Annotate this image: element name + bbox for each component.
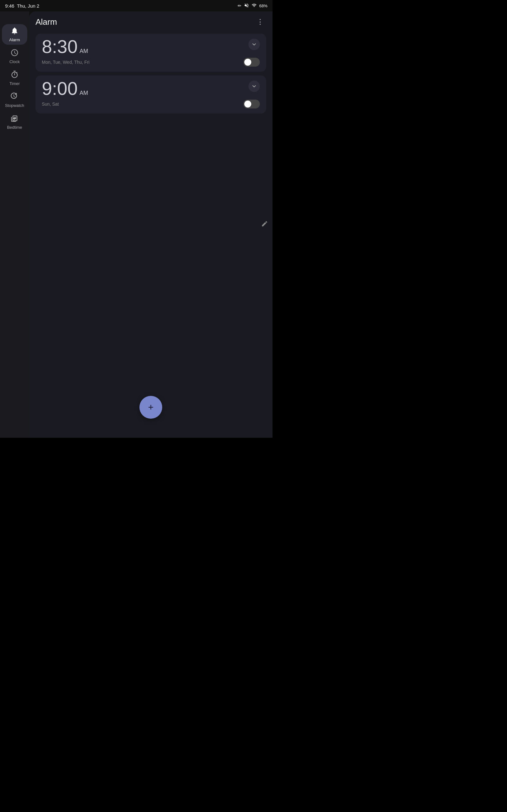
mute-icon <box>244 3 249 9</box>
main-content: Alarm ⋮ 8:30 AM Mon, Tue, Wed, Thu, Fri <box>29 11 273 438</box>
alarm-2-days: Sun, Sat <box>42 101 59 107</box>
sidebar-item-alarm[interactable]: Alarm <box>2 24 27 45</box>
status-bar: 9:46 Thu, Jun 2 ✏ 68% <box>0 0 273 11</box>
alarm-ampm-1: AM <box>79 48 88 55</box>
sidebar: Alarm Clock Timer St <box>0 11 29 438</box>
alarm-2-toggle[interactable] <box>243 100 260 108</box>
wifi-icon <box>251 3 257 9</box>
alarm-card-2-top: 9:00 AM <box>42 79 260 98</box>
more-options-button[interactable]: ⋮ <box>254 16 266 27</box>
status-right: ✏ 68% <box>238 3 268 9</box>
alarm-1-days: Mon, Tue, Wed, Thu, Fri <box>42 60 89 65</box>
status-time: 9:46 <box>5 3 14 9</box>
stopwatch-nav-icon <box>10 92 19 102</box>
app-container: Alarm Clock Timer St <box>0 11 273 438</box>
sidebar-clock-label: Clock <box>9 59 20 64</box>
sidebar-item-stopwatch[interactable]: Stopwatch <box>2 90 27 110</box>
sidebar-alarm-label: Alarm <box>9 38 20 42</box>
bedtime-nav-icon <box>10 114 19 124</box>
page-title: Alarm <box>36 17 57 27</box>
alarm-card-1-top: 8:30 AM <box>42 38 260 56</box>
alarm-ampm-2: AM <box>79 90 88 96</box>
status-left: 9:46 Thu, Jun 2 <box>5 3 39 9</box>
status-date: Thu, Jun 2 <box>17 3 39 9</box>
sidebar-bedtime-label: Bedtime <box>7 125 22 130</box>
battery-level: 68% <box>259 3 268 8</box>
sidebar-timer-label: Timer <box>9 81 20 86</box>
edit-button[interactable] <box>259 218 271 232</box>
pencil-icon: ✏ <box>238 3 241 8</box>
alarm-2-toggle-knob <box>244 101 251 107</box>
sidebar-item-bedtime[interactable]: Bedtime <box>2 112 27 132</box>
alarm-1-toggle[interactable] <box>243 58 260 67</box>
timer-nav-icon <box>10 70 19 80</box>
alarm-1-toggle-knob <box>244 59 251 66</box>
alarm-time-1: 8:30 AM <box>42 38 88 56</box>
add-alarm-fab[interactable]: + <box>139 396 162 419</box>
sidebar-item-timer[interactable]: Timer <box>2 68 27 89</box>
alarm-nav-icon <box>10 27 19 36</box>
add-icon: + <box>148 402 154 413</box>
alarm-card-2-bottom: Sun, Sat <box>42 100 260 108</box>
alarm-card-1[interactable]: 8:30 AM Mon, Tue, Wed, Thu, Fri <box>36 34 266 72</box>
alarm-2-expand-button[interactable] <box>248 81 260 92</box>
alarm-1-expand-button[interactable] <box>248 39 260 50</box>
sidebar-stopwatch-label: Stopwatch <box>5 103 24 108</box>
alarm-time-1-main: 8:30 <box>42 38 78 56</box>
alarm-card-1-bottom: Mon, Tue, Wed, Thu, Fri <box>42 58 260 67</box>
alarm-card-2[interactable]: 9:00 AM Sun, Sat <box>36 75 266 113</box>
clock-nav-icon <box>10 49 19 58</box>
page-header: Alarm ⋮ <box>36 16 266 27</box>
sidebar-item-clock[interactable]: Clock <box>2 46 27 67</box>
alarm-time-2-main: 9:00 <box>42 79 78 98</box>
alarm-time-2: 9:00 AM <box>42 79 88 98</box>
